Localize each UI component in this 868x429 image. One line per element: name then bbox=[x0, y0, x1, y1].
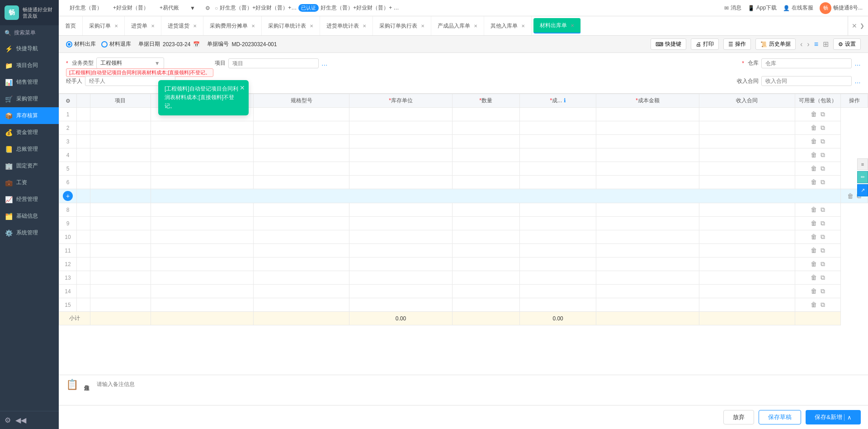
very-top-tab-haoshengyi[interactable]: 好生意（普） bbox=[64, 2, 108, 14]
row-8-spec[interactable] bbox=[151, 203, 253, 217]
row-1-copy-btn[interactable]: ⧉ bbox=[821, 110, 825, 118]
row-10-cost-amount[interactable] bbox=[519, 230, 596, 244]
sidebar-item-assets[interactable]: 🏢 固定资产 bbox=[0, 157, 59, 174]
row-6-copy-btn[interactable]: ⧉ bbox=[821, 178, 825, 186]
row-9-income-contract[interactable] bbox=[596, 217, 699, 230]
tab-purchase-return[interactable]: 进货退货 ✕ bbox=[161, 16, 203, 35]
row-10-income-contract[interactable] bbox=[596, 230, 699, 244]
row-11-warehouse-unit[interactable] bbox=[254, 244, 349, 257]
row-4-spec[interactable] bbox=[151, 148, 253, 162]
row-13-project[interactable] bbox=[77, 271, 90, 285]
info-icon[interactable]: ℹ bbox=[564, 97, 566, 104]
row-4-warehouse-unit[interactable] bbox=[254, 148, 349, 162]
online-service-btn[interactable]: 👤 在线客服 bbox=[783, 4, 813, 12]
row-13-copy-btn[interactable]: ⧉ bbox=[821, 274, 825, 281]
row-6-cost-amount[interactable] bbox=[519, 176, 596, 189]
tab-purchase-exec-close[interactable]: ✕ bbox=[421, 24, 425, 29]
tab-purchase-stat-close[interactable]: ✕ bbox=[310, 24, 313, 29]
tab-material-out[interactable]: 材料出库单 ✕ bbox=[533, 18, 581, 33]
row-2-copy-btn[interactable]: ⧉ bbox=[821, 124, 825, 131]
row-3-available-qty[interactable] bbox=[699, 135, 795, 148]
row-8-project[interactable] bbox=[77, 203, 90, 217]
close-all-btn[interactable]: ✕ bbox=[852, 22, 857, 29]
row-3-income-contract[interactable] bbox=[596, 135, 699, 148]
column-settings-icon[interactable]: ⚙ bbox=[66, 98, 71, 104]
tab-production-in[interactable]: 产成品入库单 ✕ bbox=[431, 16, 484, 35]
th-cost-amount[interactable]: *成本金额 bbox=[596, 94, 699, 108]
nav-next-btn[interactable]: › bbox=[807, 40, 809, 48]
row-13-spec[interactable] bbox=[151, 271, 253, 285]
row-5-income-contract[interactable] bbox=[596, 162, 699, 176]
row-10-delete-btn[interactable]: 🗑 bbox=[811, 233, 817, 240]
th-spec[interactable]: 规格型号 bbox=[254, 94, 349, 108]
row-14-cost-price[interactable] bbox=[452, 285, 519, 298]
row-8-available-qty[interactable] bbox=[699, 203, 795, 217]
row-15-project[interactable] bbox=[77, 298, 90, 312]
row-1-available-qty[interactable] bbox=[699, 108, 795, 121]
row-1-quantity[interactable] bbox=[349, 108, 452, 121]
row-15-cost-price[interactable] bbox=[452, 298, 519, 312]
row-12-available-qty[interactable] bbox=[699, 257, 795, 271]
row-9-cost-amount[interactable] bbox=[519, 217, 596, 230]
radio-material-return[interactable]: 材料退库 bbox=[101, 40, 131, 48]
sidebar-item-purchase[interactable]: 🛒 采购管理 bbox=[0, 91, 59, 107]
row-1-income-contract[interactable] bbox=[596, 108, 699, 121]
row-2-spec[interactable] bbox=[151, 121, 253, 135]
row-10-copy-btn[interactable]: ⧉ bbox=[821, 233, 825, 240]
row-8-income-contract[interactable] bbox=[596, 203, 699, 217]
row-8-copy-btn[interactable]: ⧉ bbox=[821, 206, 825, 213]
th-settings[interactable]: ⚙ bbox=[59, 94, 77, 108]
row-4-copy-btn[interactable]: ⧉ bbox=[821, 151, 825, 158]
row-2-warehouse-unit[interactable] bbox=[254, 121, 349, 135]
sidebar-item-operations[interactable]: 📈 经营管理 bbox=[0, 191, 59, 208]
row-14-quantity[interactable] bbox=[349, 285, 452, 298]
row-13-delete-btn[interactable]: 🗑 bbox=[811, 274, 817, 281]
row-3-cost-amount[interactable] bbox=[519, 135, 596, 148]
income-contract-ellipsis[interactable]: … bbox=[854, 77, 861, 85]
row-12-warehouse-unit[interactable] bbox=[254, 257, 349, 271]
row-12-copy-btn[interactable]: ⧉ bbox=[821, 260, 825, 267]
message-btn[interactable]: ✉ 消息 bbox=[724, 4, 741, 12]
row-11-copy-btn[interactable]: ⧉ bbox=[821, 247, 825, 254]
tab-purchase-expense-close[interactable]: ✕ bbox=[251, 24, 255, 29]
history-btn[interactable]: 📜 历史单据 bbox=[755, 38, 796, 50]
row-5-project[interactable] bbox=[77, 162, 90, 176]
row-10-warehouse-unit[interactable] bbox=[254, 230, 349, 244]
row-8-quantity[interactable] bbox=[349, 203, 452, 217]
row-5-copy-btn[interactable]: ⧉ bbox=[821, 165, 825, 172]
settings-cog-icon[interactable]: ⚙ bbox=[205, 5, 210, 11]
experience-tab[interactable]: ○ 好生意（普）+好业财（普）+… 已认证 好生意（普）+好业财（普）+ … bbox=[215, 4, 399, 12]
tab-purchase-exec[interactable]: 采购订单执行表 ✕ bbox=[373, 16, 431, 35]
shortcut-key-btn[interactable]: ⌨ 快捷键 bbox=[651, 38, 686, 50]
row-14-income-contract[interactable] bbox=[596, 285, 699, 298]
row-6-delete-btn[interactable]: 🗑 bbox=[811, 178, 817, 186]
nav-right-btn[interactable]: ❯ bbox=[860, 23, 864, 29]
row-8-cost-price[interactable] bbox=[452, 203, 519, 217]
row-3-delete-btn[interactable]: 🗑 bbox=[811, 138, 817, 145]
tab-home[interactable]: 首页 bbox=[59, 16, 83, 35]
print-btn[interactable]: 🖨 打印 bbox=[691, 38, 719, 50]
row-12-quantity[interactable] bbox=[349, 257, 452, 271]
row-3-spec[interactable] bbox=[151, 135, 253, 148]
row-6-available-qty[interactable] bbox=[699, 176, 795, 189]
row-15-material[interactable] bbox=[90, 298, 151, 312]
tab-receipt-stat[interactable]: 进货单统计表 ✕ bbox=[320, 16, 373, 35]
row-13-available-qty[interactable] bbox=[699, 271, 795, 285]
app-download-btn[interactable]: 📱 App下载 bbox=[748, 4, 777, 12]
sidebar-item-salary[interactable]: 💼 工资 bbox=[0, 174, 59, 191]
radio-material-out[interactable]: 材料出库 bbox=[66, 40, 96, 48]
row-4-quantity[interactable] bbox=[349, 148, 452, 162]
tab-material-out-close[interactable]: ✕ bbox=[571, 23, 574, 28]
tab-purchase-expense[interactable]: 采购费用分摊单 ✕ bbox=[203, 16, 262, 35]
tab-purchase-receipt[interactable]: 进货单 ✕ bbox=[125, 16, 161, 35]
row-10-project[interactable] bbox=[77, 230, 90, 244]
row-14-cost-amount[interactable] bbox=[519, 285, 596, 298]
row-12-delete-btn[interactable]: 🗑 bbox=[811, 260, 817, 267]
row-13-cost-price[interactable] bbox=[452, 271, 519, 285]
row-6-income-contract[interactable] bbox=[596, 176, 699, 189]
tab-other-in-close[interactable]: ✕ bbox=[521, 24, 525, 29]
row-15-quantity[interactable] bbox=[349, 298, 452, 312]
project-ellipsis[interactable]: … bbox=[321, 60, 328, 67]
row-9-copy-btn[interactable]: ⧉ bbox=[821, 219, 825, 227]
save-new-arrow-icon[interactable]: ∧ bbox=[844, 414, 852, 421]
